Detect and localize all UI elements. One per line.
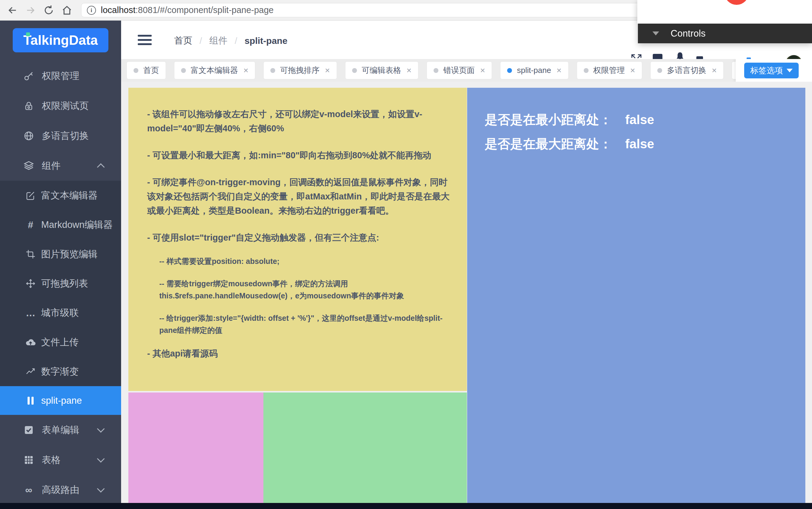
sidebar-item-i18n[interactable]: 多语言切换 [0,121,121,151]
doc-paragraph: - 可绑定事件@on-trigger-moving，回调函数的返回值是鼠标事件对… [147,175,450,218]
sidebar-item-label: 表格 [42,453,61,466]
doc-paragraph: - 可设置最小和最大距离，如:min="80"即向右拖动到80%处就不能再拖动 [147,148,450,163]
close-icon[interactable]: × [712,66,717,75]
close-icon[interactable]: × [556,66,561,75]
tab-home[interactable]: 首页 [127,61,166,79]
tab-split-pane[interactable]: split-pane × [500,61,568,79]
sidebar-item-label: split-pane [41,395,82,406]
key-icon [23,70,34,82]
browser-home-icon[interactable] [61,4,73,16]
status-max-value: false [625,136,654,152]
browser-refresh-icon[interactable] [43,4,55,16]
sidebar-item-rich-text-editor[interactable]: 富文本编辑器 [0,181,121,210]
move-icon [26,278,36,289]
sidebar-item-form-edit[interactable]: 表单编辑 [0,415,121,445]
sidebar-item-file-upload[interactable]: 文件上传 [0,328,121,357]
status-max-label: 是否是在最大距离处： [485,137,612,151]
tab-draggable-sort[interactable]: 可拖拽排序 × [263,61,337,79]
record-icon[interactable] [724,0,749,5]
status-min-value: false [625,111,654,128]
sidebar-item-table[interactable]: 表格 [0,445,121,475]
tab-dot-icon [507,68,512,73]
close-icon[interactable]: × [407,66,412,75]
page-info-icon[interactable]: i [87,6,96,15]
tab-dot-icon [352,68,357,73]
tab-label: 可编辑表格 [362,65,401,76]
layers-icon [23,160,34,172]
sidebar-item-label: 数字渐变 [41,365,79,378]
tag-options-button[interactable]: 标签选项 [744,63,799,78]
sidebar-item-count-to[interactable]: 数字渐变 [0,357,121,386]
tag-bar: 首页 富文本编辑器 × 可拖拽排序 × 可编辑表格 × [121,59,812,82]
doc-pane: - 该组件可以拖动修改左右尺寸，还可以绑定v-model来设置，如设置v-mod… [128,88,467,391]
table-icon [23,454,34,466]
sidebar-item-image-crop[interactable]: 图片预览编辑 [0,239,121,269]
tab-permission-admin[interactable]: 权限管理 × [577,61,642,79]
sidebar-item-split-pane[interactable]: split-pane [0,386,121,415]
sidebar: TalkingData 权限管理 权限测试页 [0,21,121,503]
edit-icon [26,190,36,201]
pause-icon [26,396,36,406]
chevron-up-icon [97,163,104,171]
controls-bar[interactable]: Controls [638,24,812,43]
doc-sub-item: -- 给trigger添加:style="{width: offset + '%… [159,312,450,336]
doc-paragraph: - 可使用slot="trigger"自定义拖动触发器，但有三个注意点: [147,231,450,245]
sidebar-item-label: 组件 [42,160,61,172]
content: - 该组件可以拖动修改左右尺寸，还可以绑定v-model来设置，如设置v-mod… [121,82,812,503]
sidebar-item-markdown-editor[interactable]: # Markdown编辑器 [0,210,121,239]
logo-dot-icon [26,32,30,36]
close-icon[interactable]: × [325,66,330,75]
globe-icon [23,130,34,142]
tab-dot-icon [433,68,439,73]
url-text: localhost:8081/#/component/split-pane-pa… [101,5,274,15]
tab-dot-icon [181,68,186,73]
split-pane-demo: - 该组件可以拖动修改左右尺寸，还可以绑定v-model来设置，如设置v-mod… [128,88,805,503]
lock-icon [23,100,34,112]
status-min-label: 是否是在最小距离处： [485,112,612,127]
inner-split: ☝ [128,393,467,503]
logo[interactable]: TalkingData [13,28,108,53]
sidebar-item-label: 可拖拽列表 [41,277,88,290]
doc-paragraph: - 该组件可以拖动修改左右尺寸，还可以绑定v-model来设置，如设置v-mod… [147,107,450,136]
main-area: 首页 / 组件 / split-pane [121,21,812,503]
status-text: 是否是在最小距离处：false 是否是在最大距离处：false [467,88,805,152]
app-shell: TalkingData 权限管理 权限测试页 [0,21,812,503]
infinity-icon: ∞ [23,484,34,496]
sidebar-item-components[interactable]: 组件 [0,151,121,181]
controls-overlay-top [637,0,812,24]
browser-back-icon[interactable] [7,4,18,16]
close-icon[interactable]: × [243,66,248,75]
tab-error-page[interactable]: 错误页面 × [427,61,492,79]
sidebar-item-permission-admin[interactable]: 权限管理 [0,61,121,91]
chevron-down-icon [97,455,104,463]
inner-left-pane [128,393,263,503]
sidebar-item-permission-test[interactable]: 权限测试页 [0,91,121,121]
tab-i18n[interactable]: 多语言切换 × [650,61,724,79]
tab-editable-table[interactable]: 可编辑表格 × [345,61,418,79]
sidebar-item-label: 权限管理 [42,70,79,82]
sidebar-item-city-cascade[interactable]: … 城市级联 [0,298,121,328]
browser-forward-icon [25,4,36,16]
sidebar-item-label: 表单编辑 [42,424,79,436]
chevron-down-icon [97,425,104,433]
tab-dot-icon [584,68,589,73]
sidebar-item-label: 权限测试页 [42,100,89,112]
hash-icon: # [26,220,36,230]
status-max-line: 是否是在最大距离处：false [485,136,793,152]
sidebar-item-label: 图片预览编辑 [41,248,97,261]
tab-label: 首页 [143,65,159,76]
doc-sub-list: -- 样式需要设置position: absolute; -- 需要给trigg… [159,255,450,336]
tab-label: 权限管理 [593,65,625,76]
status-min-line: 是否是在最小距离处：false [485,111,793,128]
tab-rich-text-editor[interactable]: 富文本编辑器 × [174,61,255,79]
sidebar-item-advanced-router[interactable]: ∞ 高级路由 [0,475,121,503]
trending-up-icon [26,367,36,377]
tab-label: 多语言切换 [667,65,706,76]
sidebar-item-draggable-list[interactable]: 可拖拽列表 [0,269,121,298]
tab-label: split-pane [517,66,551,75]
chevron-down-icon [97,485,104,493]
close-icon[interactable]: × [480,66,485,75]
doc-text: - 该组件可以拖动修改左右尺寸，还可以绑定v-model来设置，如设置v-mod… [128,88,467,361]
logo-text: TalkingData [23,33,98,48]
close-icon[interactable]: × [630,66,635,75]
